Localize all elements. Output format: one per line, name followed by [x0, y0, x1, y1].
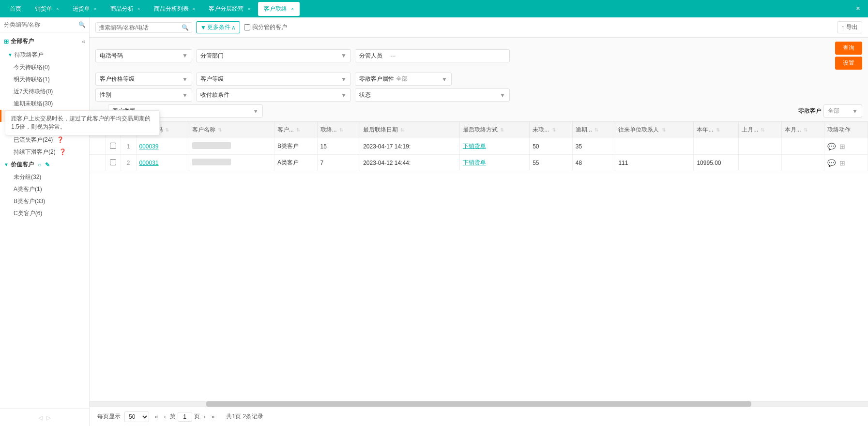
overdue-pending[interactable]: 逾期未联络(30) — [0, 98, 89, 110]
row1-chat-icon[interactable]: 💬 — [827, 143, 836, 150]
continuous-down[interactable]: 持续下滑客户(2) ❓ — [0, 146, 89, 158]
col-customer-name[interactable]: 客户名称 ⇅ — [189, 122, 274, 138]
horizontal-scrollbar[interactable] — [90, 401, 868, 407]
continuous-down-help-icon[interactable]: ❓ — [59, 148, 66, 155]
row2-select-checkbox[interactable] — [110, 159, 116, 165]
row1-grid-icon[interactable]: ⊞ — [839, 143, 845, 150]
col-this-year[interactable]: 本年... ⇅ — [694, 122, 739, 138]
sidebar-tree: ⊞ 全部客户 « ▼ 待联络客户 今天待联络(0) 明天待联络(1) 近7天待联… — [0, 32, 89, 409]
customer-level-arrow: ▼ — [341, 76, 347, 83]
nav-sales-order[interactable]: 销货单 × — [29, 2, 65, 16]
sidebar-left-arrow: ◁ — [38, 414, 43, 421]
settings-button[interactable]: 设置 — [835, 57, 862, 70]
col-last-contact-date[interactable]: 最后联络日期 ⇅ — [360, 122, 460, 138]
nav-purchase-order-close[interactable]: × — [94, 6, 97, 12]
nav-customer-segmentation[interactable]: 客户分层经营 × — [203, 2, 256, 16]
col-this-month[interactable]: 本月... ⇅ — [781, 122, 824, 138]
row1-checkbox[interactable] — [105, 138, 121, 155]
sort-customer-type: ⇅ — [296, 127, 300, 132]
class-c-customers[interactable]: C类客户(6) — [0, 207, 89, 220]
sidebar-search-icon[interactable]: 🔍 — [78, 21, 86, 28]
row2-customer-type: A类客户 — [274, 155, 317, 171]
window-close-button[interactable]: × — [852, 4, 864, 13]
branch-person-dots[interactable]: ··· — [390, 52, 396, 59]
already-lost-help-icon[interactable]: ❓ — [57, 136, 64, 143]
col-last-contact-method[interactable]: 最后联络方式 ⇅ — [459, 122, 529, 138]
customer-search-box[interactable]: 🔍 — [95, 22, 192, 33]
sidebar-bottom-toggle[interactable]: ◁ ▷ — [0, 409, 89, 426]
row2-name[interactable] — [189, 155, 274, 171]
branch-dept-filter[interactable]: 分管部门 ▼ — [196, 49, 351, 62]
retail-attr-filter[interactable]: 零散客户属性 全部 ▼ — [355, 73, 452, 86]
customer-search-icon[interactable]: 🔍 — [182, 24, 189, 31]
value-customer-settings-icon[interactable]: ✎ — [45, 162, 50, 168]
value-customer-edit-icon[interactable]: ○ — [38, 162, 41, 168]
nav-customer-contact[interactable]: 客户联络 × — [258, 2, 300, 16]
my-customers-checkbox[interactable] — [244, 24, 250, 30]
nav-sales-order-close[interactable]: × — [56, 6, 59, 12]
row2-checkbox[interactable] — [105, 155, 121, 171]
nav-product-analysis[interactable]: 商品分析 × — [105, 2, 146, 16]
filter-row-4: ··· 客户类型 ▼ 零散客户 全部 ▼ — [95, 104, 862, 118]
row2-code[interactable]: 000031 — [136, 155, 189, 171]
row1-code[interactable]: 000039 — [136, 138, 189, 155]
retail-customer-filter[interactable]: 全部 ▼ — [823, 104, 862, 118]
col-customer-type[interactable]: 客户... ⇅ — [274, 122, 317, 138]
current-page-input[interactable]: 1 — [178, 412, 192, 422]
col-unread[interactable]: 未联... ⇅ — [530, 122, 573, 138]
value-customer-header[interactable]: ▼ 价值客户 ○ ✎ — [0, 158, 89, 171]
export-button[interactable]: ↑ 导出 — [837, 21, 862, 33]
nav-product-analysis-list[interactable]: 商品分析列表 × — [148, 2, 201, 16]
row1-last-contact-method[interactable]: 下销货单 — [459, 138, 529, 155]
more-conditions-btn[interactable]: ▼ 更多条件 ∧ — [196, 21, 240, 33]
tomorrow-pending[interactable]: 明天待联络(1) — [0, 73, 89, 86]
nav-purchase-order[interactable]: 进货单 × — [67, 2, 103, 16]
class-b-customers[interactable]: B类客户(33) — [0, 195, 89, 207]
unclassified-customers[interactable]: 未分组(32) — [0, 171, 89, 183]
row2-chat-icon[interactable]: 💬 — [827, 159, 836, 167]
last-page-btn[interactable]: » — [210, 412, 217, 421]
phone-filter[interactable]: 电话号码 ▼ — [95, 49, 192, 62]
week-pending[interactable]: 近7天待联络(0) — [0, 86, 89, 98]
customer-level-filter[interactable]: 客户等级 ▼ — [196, 73, 351, 86]
sidebar-collapse-btn[interactable]: « — [82, 38, 85, 45]
row1-customer-type: B类客户 — [274, 138, 317, 155]
status-filter[interactable]: 状态 ▼ — [355, 88, 510, 102]
all-customers-header[interactable]: ⊞ 全部客户 « — [0, 34, 89, 48]
col-contact[interactable]: 联络... ⇅ — [317, 122, 360, 138]
nav-product-analysis-close[interactable]: × — [137, 6, 140, 12]
already-lost[interactable]: 已流失客户(24) ❓ — [0, 134, 89, 146]
nav-customer-segmentation-close[interactable]: × — [247, 6, 250, 12]
row2-this-month — [781, 155, 824, 171]
col-company-contact[interactable]: 往来单位联系人 ⇅ — [615, 122, 694, 138]
first-page-btn[interactable]: « — [153, 412, 160, 421]
row2-grid-icon[interactable]: ⊞ — [839, 159, 845, 167]
status-arrow: ▼ — [500, 92, 505, 99]
pending-contact-section[interactable]: ▼ 待联络客户 — [0, 48, 89, 61]
row1-name-blur — [192, 142, 231, 149]
my-customers-checkbox-group[interactable]: 我分管的客户 — [244, 23, 287, 31]
today-pending[interactable]: 今天待联络(0) — [0, 61, 89, 73]
row1-name[interactable] — [189, 138, 274, 155]
nav-product-analysis-list-close[interactable]: × — [193, 6, 196, 12]
next-page-btn[interactable]: › — [202, 412, 208, 421]
query-button[interactable]: 查询 — [835, 42, 862, 55]
customer-type-arrow: ▼ — [253, 108, 259, 115]
payment-terms-filter[interactable]: 收付款条件 ▼ — [196, 88, 351, 102]
sidebar-search-input[interactable] — [4, 21, 76, 28]
col-overdue[interactable]: 逾期... ⇅ — [572, 122, 615, 138]
customer-search-input[interactable] — [99, 24, 180, 31]
nav-customer-contact-close[interactable]: × — [291, 6, 294, 12]
per-page-select[interactable]: 50 100 — [124, 411, 149, 422]
customer-price-level-arrow: ▼ — [182, 76, 188, 83]
branch-person-filter[interactable]: 分管人员 ··· — [355, 49, 510, 62]
class-a-customers[interactable]: A类客户(1) — [0, 183, 89, 195]
gender-filter[interactable]: 性别 ▼ — [95, 88, 192, 102]
nav-home[interactable]: 首页 — [4, 2, 27, 16]
row1-select-checkbox[interactable] — [110, 143, 116, 149]
col-last-month[interactable]: 上月... ⇅ — [739, 122, 782, 138]
row2-last-contact-method[interactable]: 下销货单 — [459, 155, 529, 171]
top-navigation: 首页 销货单 × 进货单 × 商品分析 × 商品分析列表 × 客户分层经营 × … — [0, 0, 868, 17]
customer-price-level-filter[interactable]: 客户价格等级 ▼ — [95, 73, 192, 86]
prev-page-btn[interactable]: ‹ — [162, 412, 168, 421]
